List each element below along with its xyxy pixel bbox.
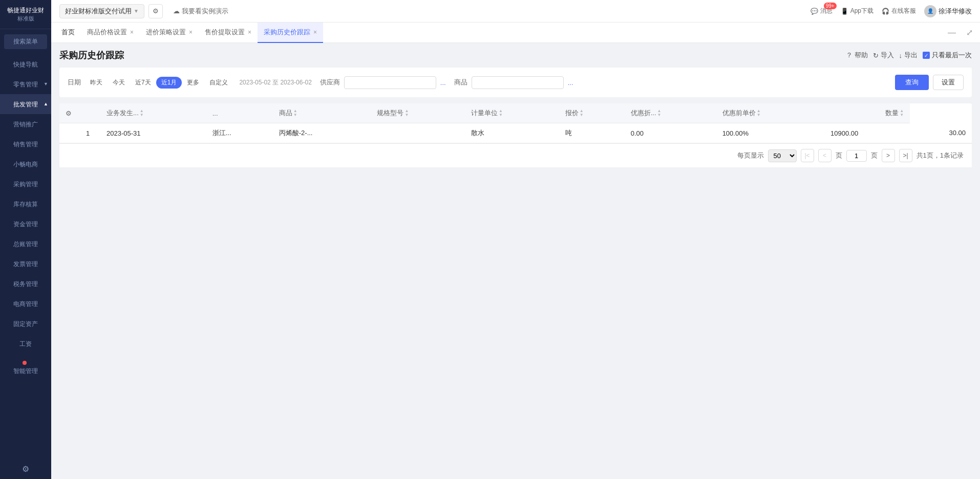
col-more: ... [206,103,273,123]
page-label: 页 [836,151,842,160]
app-download-button[interactable]: 📱 App下载 [841,7,874,15]
col-goods-sort[interactable]: 商品 ▲▼ [279,108,297,118]
col-quote[interactable]: 报价 ▲▼ [559,103,625,123]
date-custom[interactable]: 自定义 [204,76,233,89]
sort-arrows-discount: ▲▼ [657,109,662,117]
sidebar-item-payroll[interactable]: 工资 [0,334,51,354]
first-page-button[interactable]: |< [801,149,814,162]
export-icon: ↓ [899,52,903,59]
sidebar-item-ecommerce-small[interactable]: 小畅电商 [0,154,51,174]
product-selector[interactable]: 好业财标准版交付试用 ▼ [59,4,144,18]
col-unit-sort[interactable]: 计量单位 ▲▼ [471,108,503,118]
sidebar-search-area[interactable]: 搜索菜单 [0,29,51,54]
date-more[interactable]: 更多 [182,76,204,89]
col-goods[interactable]: 商品 ▲▼ [273,103,371,123]
sidebar-item-purchase[interactable]: 采购管理 [0,174,51,194]
user-menu[interactable]: 👤 徐泽华修改 [924,5,972,17]
col-quote-sort[interactable]: 报价 ▲▼ [565,108,584,118]
row-unit-cell: 散水 [465,123,559,143]
tab-home-label: 首页 [61,28,75,37]
tab-strategy[interactable]: 进价策略设置 × [140,23,199,43]
tab-bar: 首页 商品价格设置 × 进价策略设置 × 售价提取设置 × 采购历史价跟踪 × … [51,23,980,43]
sidebar-item-finance[interactable]: 资金管理 [0,214,51,234]
date-7days[interactable]: 近7天 [130,76,156,89]
col-business-date[interactable]: 业务发生... ▲▼ [100,103,206,123]
sidebar-item-ecommerce[interactable]: 电商管理 [0,294,51,314]
tab-price[interactable]: 商品价格设置 × [81,23,140,43]
sidebar-item-tax[interactable]: 税务管理 [0,274,51,294]
tab-price-close[interactable]: × [130,29,134,36]
page-actions: ？ 帮助 ↻ 导入 ↓ 导出 只看最后一次 [846,51,972,60]
sidebar-gear-icon[interactable]: ⚙ [4,464,47,474]
col-settings[interactable]: ⚙ [59,103,80,123]
prev-page-button[interactable]: < [818,149,832,162]
supplier-input[interactable] [344,76,436,89]
supplier-more-button[interactable]: ... [440,79,446,86]
col-price[interactable]: 优惠前单价 ▲▼ [716,103,824,123]
tab-sale-close[interactable]: × [248,29,251,36]
tab-history-label: 采购历史价跟踪 [264,28,310,37]
tab-maximize-button[interactable]: ⤢ [963,27,976,38]
col-quantity-sort[interactable]: 数量 ▲▼ [885,108,904,118]
only-last-checkbox[interactable] [923,52,930,59]
tab-history-close[interactable]: × [313,29,317,36]
table-row: 1 2023-05-31 浙江... 丙烯酸-2-... 散水 吨 0.00 1… [59,123,972,143]
help-label: 帮助 [855,51,868,60]
sidebar-item-wholesale[interactable]: 批发管理 [0,94,51,114]
goods-more-button[interactable]: ... [568,79,573,86]
col-spec[interactable]: 规格型号 ▲▼ [371,103,465,123]
tab-history[interactable]: 采购历史价跟踪 × [258,23,323,43]
next-page-button[interactable]: > [882,149,895,162]
col-price-sort[interactable]: 优惠前单价 ▲▼ [722,108,761,118]
row-spec-cell [371,123,465,143]
only-last-checkbox-label[interactable]: 只看最后一次 [923,51,972,60]
sidebar-item-marketing[interactable]: 营销推广 [0,114,51,134]
date-1month[interactable]: 近1月 [156,77,182,89]
import-button[interactable]: ↻ 导入 [873,51,894,60]
row-quote-cell: 吨 [559,123,625,143]
page-number-input[interactable] [846,150,867,162]
sidebar-item-inventory[interactable]: 库存核算 [0,194,51,214]
demo-button[interactable]: ☁ 我要看实例演示 [173,7,228,16]
col-business-date-sort[interactable]: 业务发生... ▲▼ [106,108,144,118]
column-settings-icon[interactable]: ⚙ [66,110,72,117]
table-header-row: ⚙ 业务发生... ▲▼ ... [59,103,972,123]
search-menu-button[interactable]: 搜索菜单 [4,34,47,49]
export-button[interactable]: ↓ 导出 [899,51,918,60]
col-quantity[interactable]: 数量 ▲▼ [824,103,910,123]
row-index-cell: 1 [80,123,100,143]
date-yesterday[interactable]: 昨天 [85,76,108,89]
col-discount[interactable]: 优惠折... ▲▼ [625,103,716,123]
sidebar-item-shortcut[interactable]: 快捷导航 [0,54,51,74]
row-settings-cell[interactable] [59,123,80,143]
sidebar-item-invoice[interactable]: 发票管理 [0,254,51,274]
tab-minimize-button[interactable]: — [945,27,959,38]
sidebar-item-assets[interactable]: 固定资产 [0,314,51,334]
sidebar-item-retail[interactable]: 零售管理 [0,74,51,94]
sidebar-item-general-ledger[interactable]: 总账管理 [0,234,51,254]
tab-home[interactable]: 首页 [55,23,81,43]
sidebar-item-sales[interactable]: 销售管理 [0,134,51,154]
tab-strategy-close[interactable]: × [189,29,193,36]
last-page-button[interactable]: >| [899,149,912,162]
query-button[interactable]: 查询 [895,75,929,90]
topbar-settings-button[interactable]: ⚙ [148,4,163,18]
date-filter-label: 日期 [68,78,81,87]
col-discount-sort[interactable]: 优惠折... ▲▼ [631,108,662,118]
app-download-label: App下载 [850,7,874,15]
tab-sale[interactable]: 售价提取设置 × [199,23,258,43]
online-service-label: 在线客服 [891,7,916,15]
help-button[interactable]: ？ 帮助 [846,51,868,60]
date-today[interactable]: 今天 [108,76,130,89]
col-unit[interactable]: 计量单位 ▲▼ [465,103,559,123]
col-spec-sort[interactable]: 规格型号 ▲▼ [377,108,409,118]
sort-arrows-unit: ▲▼ [499,109,503,117]
goods-label: 商品 [454,78,467,87]
sidebar-item-smart[interactable]: 智能管理 [0,354,51,381]
online-service-button[interactable]: 🎧 在线客服 [882,7,916,15]
goods-input[interactable] [472,76,564,89]
settings-icon: ⚙ [153,7,159,15]
message-button[interactable]: 💬 消息 99+ [811,7,833,15]
settings-button[interactable]: 设置 [933,75,964,90]
per-page-select[interactable]: 50 100 200 [768,149,797,162]
